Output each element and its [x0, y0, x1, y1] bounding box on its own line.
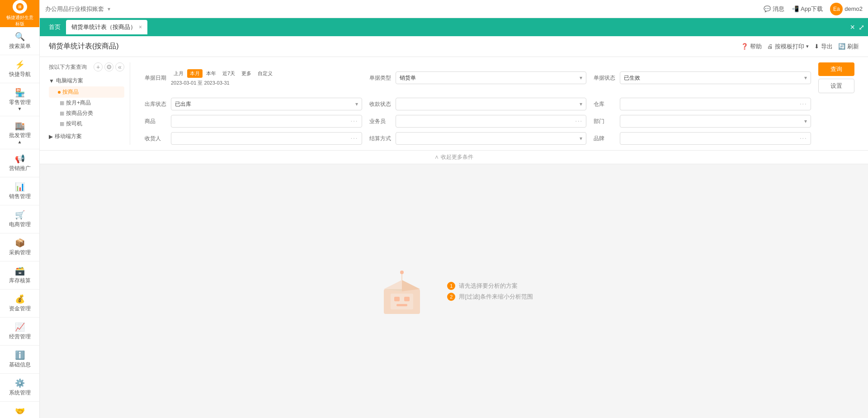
date-tab-more[interactable]: 更多 — [239, 69, 254, 78]
help-icon: ❓ — [741, 43, 748, 50]
settlement-select[interactable]: ▾ — [396, 132, 587, 145]
date-tab-thisyear[interactable]: 本年 — [203, 69, 219, 78]
logo-icon — [13, 0, 27, 14]
outstatus-select[interactable]: 已出库 ▾ — [171, 98, 362, 110]
empty-content: 1 请先选择要分析的方案 2 用[过滤]条件来缩小分析范围 — [375, 264, 533, 318]
department-label: 部门 — [594, 118, 616, 125]
filter-settlement-row: 结算方式 ▾ — [369, 132, 587, 145]
department-select[interactable]: ▾ — [620, 115, 811, 128]
scheme-collapse-btn[interactable]: « — [115, 62, 124, 71]
sidebar-item-operations[interactable]: 📈 经营管理 — [0, 318, 39, 346]
sidebar-retail-label: 零售管理 — [9, 99, 31, 106]
sidebar-item-wholesale[interactable]: 🏬 批发管理 ▲ — [0, 116, 39, 149]
scheme-settings-icon: ⚙ — [106, 63, 112, 71]
header-dropdown-icon[interactable]: ▾ — [108, 6, 110, 12]
refresh-label: 刷新 — [847, 43, 859, 51]
header-left: 办公用品行业模拟账套 ▾ — [45, 5, 110, 13]
sidebar-item-sales[interactable]: 📊 销售管理 — [0, 177, 39, 205]
app-download-button[interactable]: 📲 App下载 — [792, 5, 823, 13]
doctype-value: 销货单 — [400, 74, 416, 82]
sidebar-item-enterprise[interactable]: 🤝 企业协同 — [0, 402, 39, 418]
query-buttons: 查询 设置 — [818, 62, 859, 93]
date-label: 单据日期 — [145, 74, 167, 82]
search-icon: 🔍 — [15, 32, 25, 42]
step1-label: 请先选择要分析的方案 — [459, 282, 518, 290]
paymentstatus-select[interactable]: ▾ — [396, 98, 587, 110]
sidebar-item-marketing[interactable]: 📢 营销推广 — [0, 149, 39, 177]
scheme-item-bymonth[interactable]: ▦ 按月+商品 — [49, 98, 124, 108]
doctype-select[interactable]: 销货单 ▾ — [396, 71, 587, 84]
maximize-window-icon[interactable]: ⤢ — [859, 23, 864, 32]
export-button[interactable]: ⬇ 导出 — [814, 43, 833, 51]
date-range: 2023-03-01 至 2023-03-31 — [171, 80, 362, 86]
refresh-button[interactable]: 🔄 刷新 — [838, 43, 859, 51]
filter-department-row: 部门 ▾ — [594, 115, 811, 128]
sidebar-item-search[interactable]: 🔍 搜索菜单 — [0, 27, 39, 55]
sidebar-inventory-label: 库存核算 — [9, 277, 31, 285]
salesperson-select[interactable]: ··· — [396, 115, 587, 128]
sidebar-item-basic[interactable]: ℹ️ 基础信息 — [0, 346, 39, 374]
close-window-icon[interactable]: × — [850, 23, 855, 32]
tab-close-icon[interactable]: × — [139, 24, 142, 30]
sidebar-operations-label: 经营管理 — [9, 333, 31, 341]
user-profile[interactable]: Ea demo2 — [830, 3, 863, 15]
finance-icon: 💰 — [15, 294, 25, 304]
wholesale-icon: 🏬 — [15, 121, 25, 131]
sidebar-item-system[interactable]: ⚙️ 系统管理 — [0, 374, 39, 402]
settings-button[interactable]: 设置 — [818, 79, 854, 93]
date-tab-custom[interactable]: 自定义 — [255, 69, 275, 78]
appdownload-icon: 📲 — [792, 5, 799, 12]
scheme-add-icon: + — [96, 63, 100, 71]
svg-rect-4 — [391, 294, 413, 309]
filter-salesperson-row: 业务员 ··· — [369, 115, 587, 128]
department-arrow-icon: ▾ — [804, 118, 807, 124]
sidebar-purchase-label: 采购管理 — [9, 249, 31, 256]
svg-rect-7 — [396, 304, 407, 306]
pc-scheme-title[interactable]: ▼ 电脑端方案 — [49, 75, 124, 86]
print-button[interactable]: 🖨 按模板打印 ▾ — [767, 43, 809, 51]
goods-select[interactable]: ··· — [171, 115, 362, 128]
mobile-scheme-group: ▶ 移动端方案 — [49, 131, 124, 142]
page-header: 销货单统计表(按商品) ❓ 帮助 🖨 按模板打印 ▾ ⬇ 导出 🔄 刷新 — [40, 36, 868, 57]
paymentstatus-arrow-icon: ▾ — [580, 101, 582, 107]
brand-select[interactable]: ··· — [620, 132, 811, 145]
svg-rect-5 — [394, 297, 400, 301]
query-button[interactable]: 查询 — [818, 62, 854, 76]
pc-group-label: 电脑端方案 — [56, 77, 83, 85]
sidebar-item-retail[interactable]: 🏪 零售管理 ▼ — [0, 83, 39, 116]
mobile-scheme-title[interactable]: ▶ 移动端方案 — [49, 131, 124, 142]
sidebar-item-purchase[interactable]: 📦 采购管理 — [0, 233, 39, 261]
docstatus-select[interactable]: 已生效 ▾ — [620, 71, 811, 84]
tab-active[interactable]: 销货单统计表（按商品） × — [66, 20, 147, 34]
doctype-arrow-icon: ▾ — [580, 75, 582, 81]
receiver-select[interactable]: ··· — [171, 132, 362, 145]
scheme-settings-btn[interactable]: ⚙ — [104, 62, 113, 71]
date-tab-7days[interactable]: 近7天 — [220, 69, 238, 78]
grid-icon-driver: ▦ — [60, 121, 64, 127]
content-area: 销货单统计表(按商品) ❓ 帮助 🖨 按模板打印 ▾ ⬇ 导出 🔄 刷新 — [40, 36, 868, 418]
tab-bar-inner: 首页 销货单统计表（按商品） × — [43, 20, 850, 34]
grid-icon-category: ▦ — [60, 110, 64, 116]
scheme-item-bycategory[interactable]: ▦ 按商品分类 — [49, 108, 124, 119]
sidebar-item-inventory[interactable]: 🗃️ 库存核算 — [0, 261, 39, 290]
scheme-item-bygoods[interactable]: 按商品 — [49, 86, 124, 98]
sidebar-quicknav-label: 快捷导航 — [9, 71, 31, 78]
scheme-item-bygoods-label: 按商品 — [62, 88, 79, 96]
marketing-icon: 📢 — [15, 154, 25, 164]
app-subtitle: 标版 — [15, 21, 24, 27]
scheme-add-btn[interactable]: + — [94, 62, 103, 71]
scheme-item-bydriver[interactable]: ▦ 按司机 — [49, 119, 124, 129]
date-tab-thismonth[interactable]: 本月 — [187, 69, 203, 78]
date-tab-lastmonth[interactable]: 上月 — [171, 69, 186, 78]
sidebar-item-ecommerce[interactable]: 🛒 电商管理 — [0, 205, 39, 233]
filter-receiver-row: 收货人 ··· — [145, 132, 362, 145]
sidebar-item-finance[interactable]: 💰 资金管理 — [0, 290, 39, 318]
pc-group-expand-icon: ▼ — [49, 78, 54, 84]
collapse-bar[interactable]: ∧ 收起更多条件 — [40, 151, 868, 164]
help-button[interactable]: ❓ 帮助 — [741, 43, 762, 51]
purchase-icon: 📦 — [15, 238, 25, 248]
message-button[interactable]: 💬 消息 — [764, 5, 784, 13]
sidebar-item-quicknav[interactable]: ⚡ 快捷导航 — [0, 55, 39, 83]
tab-home[interactable]: 首页 — [43, 20, 66, 34]
warehouse-select[interactable]: ··· — [620, 98, 811, 110]
